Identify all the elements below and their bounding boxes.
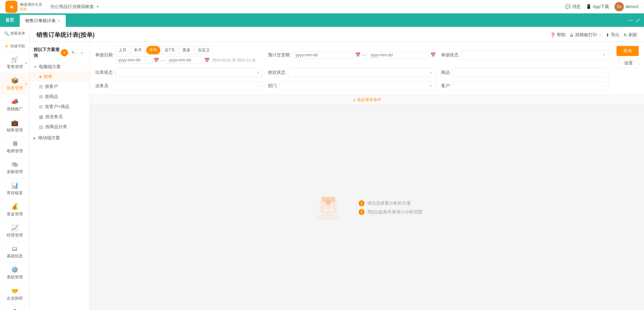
message-icon: 💬 [565,4,571,9]
scheme-panel-actions: + ✎ « [61,49,86,56]
quick-nav-button[interactable]: ⚡ 快捷导航 [2,42,27,50]
date-custom-button[interactable]: 自定义 [195,46,213,54]
query-button[interactable]: 查询 [616,46,639,56]
tab-label: 销售订单统计表 [25,18,56,24]
delivery-cal-to-icon[interactable]: 📅 [430,52,436,57]
delivery-cal-from-icon[interactable]: 📅 [355,52,361,57]
by-order-icon: ● [39,74,42,79]
content-body: 按以下方案查询 + ✎ « ▼ 电脑端方案 ● 按单 [30,42,644,310]
date-from-input[interactable] [115,56,152,64]
refresh-icon: ↻ [624,33,627,38]
tab-home[interactable]: 首页 [0,13,20,27]
sidebar-item-finance[interactable]: 💰 资金管理 [0,200,29,221]
calendar-to-icon[interactable]: 📅 [204,58,210,63]
scheme-panel-header: 按以下方案查询 + ✎ « [30,45,90,61]
filter-action-container: 单据日期 上月 本月 本年 近7天 更多 自定义 [90,42,644,95]
template-print-button[interactable]: 🖨 按模板打印 ▼ [570,32,602,38]
collapse-bar[interactable]: ∧ 收起更多条件 [90,95,644,105]
scheme-item-by-customer[interactable]: ⊞ 按客户 [30,82,90,92]
date-filter-cell: 单据日期 上月 本月 本年 近7天 更多 自定义 [95,46,263,64]
app-download-button[interactable]: 📱 App下载 [586,4,609,10]
mobile-scheme-group: ▶ 移动端方案 [30,133,90,143]
scheme-item-by-goods[interactable]: ⊞ 按商品 [30,92,90,102]
by-goods-icon: ⊞ [39,94,43,99]
ship-status-select[interactable]: ▼ [115,68,263,77]
message-button[interactable]: 💬 消息 [565,4,581,10]
scheme-item-by-category[interactable]: ▤ 按商品分类 [30,122,90,132]
department-cell: 部门 ▼ [268,81,435,91]
date-last-month-button[interactable]: 上月 [115,46,129,54]
help-button[interactable]: ❓ 帮助 [550,32,566,38]
sidebar-item-system[interactable]: ⚙️ 系统管理 [0,263,29,284]
department-select[interactable]: ▼ [279,81,435,91]
breadcrumb-text: 办公用品行业模拟账套 [50,4,94,10]
customer-input[interactable]: ··· [452,81,608,91]
empty-state-illustration [312,190,345,225]
tab-maximize-button[interactable]: ⤢ [636,17,640,23]
sidebar-item-purchase[interactable]: 🛍 采购管理 [0,158,29,178]
by-customer-icon: ⊞ [39,84,43,89]
sidebar-item-sales[interactable]: 💼 销售管理 [0,116,29,137]
goods-more-icon[interactable]: ··· [601,70,605,75]
delivery-from-input[interactable] [292,51,354,59]
breadcrumb-arrow-icon[interactable]: ▼ [96,5,100,9]
settings-button[interactable]: 设置 [619,58,639,68]
tab-minimize-button[interactable]: — [628,17,633,23]
tab-sales-order-stats[interactable]: 销售订单统计表 × [20,15,66,27]
collect-status-select[interactable]: ▼ [288,68,435,77]
finance-icon: 💰 [11,203,18,210]
sidebar-item-newbie[interactable]: 🎓 新手引导 [0,305,29,310]
date-to-input[interactable] [166,56,203,64]
add-scheme-button[interactable]: + [61,49,68,56]
salesperson-label: 业务员 [95,83,108,89]
scheme-item-by-salesperson[interactable]: ▦ 按业务员 [30,112,90,122]
goods-input[interactable]: ··· [452,68,608,77]
sidebar-search: 🔍 搜索菜单 [0,27,29,40]
refresh-button[interactable]: ↻ 刷新 [624,32,637,38]
mobile-scheme-group-header[interactable]: ▶ 移动端方案 [30,133,90,143]
sidebar-item-ecommerce[interactable]: 🖥 电商管理 [0,137,29,158]
date-this-month-button[interactable]: 本月 [131,46,145,54]
empty-tip-2: 2 用[过滤]条件来缩小分析范围 [359,209,422,215]
customer-more-icon[interactable]: ··· [601,83,605,89]
sidebar-item-operation[interactable]: 📈 经营管理 [0,221,29,242]
delivery-to-input[interactable] [368,51,429,59]
ship-status-cell: 出库状态 ▼ [95,68,263,77]
date-more-button[interactable]: 更多 [179,46,194,54]
date-label: 单据日期 [95,52,113,58]
sidebar-item-marketing[interactable]: 📣 营销推广 [0,95,29,116]
salesperson-more-icon[interactable]: ··· [256,83,260,89]
app-logo: 畅 [5,1,17,13]
order-status-select[interactable]: ▼ [461,50,608,60]
tab-close-icon[interactable]: × [58,18,60,23]
date-range-inputs: 📅 — 📅 2023-01-01 至 2023-12-31 [115,56,256,64]
avatar: Ea [614,2,624,11]
collapse-panel-button[interactable]: « [78,49,86,56]
sidebar-item-basic[interactable]: 🗂 基础信息 [0,242,29,263]
sidebar-item-cooperation[interactable]: 🤝 企业协同 [0,284,29,305]
sidebar-item-inventory[interactable]: 📊 库存核算 [0,178,29,200]
empty-tip-1: 1 请先选择要分析的方案 [359,200,422,206]
pc-scheme-group-header[interactable]: ▼ 电脑端方案 [30,62,90,71]
top-bar-right: 💬 消息 📱 App下载 Ea demo2 [565,2,639,11]
sidebar-item-wholesale[interactable]: 📦 批发管理 ▼ [0,73,29,95]
edit-scheme-button[interactable]: ✎ [69,49,77,56]
empty-tips: 1 请先选择要分析的方案 2 用[过滤]条件来缩小分析范围 [359,200,422,215]
user-menu[interactable]: Ea demo2 [614,2,639,11]
sidebar-item-retail[interactable]: 🛒 零售管理 ▶ [0,52,29,73]
page-title: 销售订单统计表(按单) [36,31,95,39]
svg-point-5 [326,200,331,205]
export-button[interactable]: ⬆ 导出 [606,32,620,38]
date-this-year-button[interactable]: 本年 [146,46,160,54]
calendar-from-icon[interactable]: 📅 [154,58,159,63]
date-7days-button[interactable]: 近7天 [162,46,178,54]
sidebar: 🔍 搜索菜单 ⚡ 快捷导航 🛒 零售管理 ▶ 📦 批发管理 ▼ 📣 营销推广 💼 [0,27,30,310]
salesperson-input[interactable]: ··· [111,81,263,91]
content-area: 销售订单统计表(按单) ❓ 帮助 🖨 按模板打印 ▼ ⬆ 导出 ↻ 刷新 [30,27,644,310]
scheme-item-by-order[interactable]: ● 按单 [30,71,90,82]
basic-icon: 🗂 [12,245,18,252]
search-menu-button[interactable]: 🔍 搜索菜单 [3,30,26,37]
pc-scheme-group: ▼ 电脑端方案 ● 按单 ⊞ 按客户 ⊞ 按商品 [30,62,90,132]
scheme-item-by-customer-goods[interactable]: ⊞ 按客户+商品 [30,102,90,112]
order-status-arrow-icon: ▼ [602,53,605,57]
